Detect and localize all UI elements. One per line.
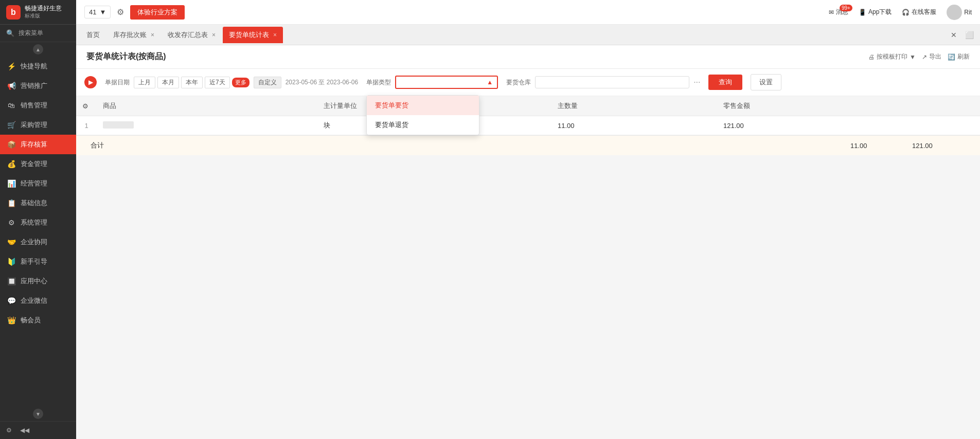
sidebar-item-system[interactable]: ⚙ 系统管理 (0, 213, 76, 232)
sidebar-item-guide[interactable]: 🔰 新手引导 (0, 252, 76, 271)
tab-inventory-batch-label: 库存批次账 (113, 30, 147, 40)
sidebar-item-appstore[interactable]: 🔲 应用中心 (0, 271, 76, 291)
tab-order-stats[interactable]: 要货单统计表 × (223, 27, 283, 43)
scroll-down-button[interactable]: ▼ (33, 409, 43, 419)
content-area: 要货单统计表(按商品) 🖨 按模板打印 ▼ ↗ 导出 🔄 刷新 ▶ (76, 45, 980, 439)
date-last-month-btn[interactable]: 上月 (134, 77, 155, 88)
tab-maximize-btn[interactable]: ⬜ (963, 29, 976, 41)
date-filter-label: 单据日期 (105, 78, 130, 87)
tab-receive-summary-close[interactable]: × (212, 31, 216, 39)
dropdown-item-order[interactable]: 要货单要货 (367, 96, 479, 115)
main-area: 41 ▼ ⚙ 体验行业方案 ✉ 消息 99+ 📱 App下载 🎧 在线客服 R (76, 0, 980, 439)
filter-settings-button[interactable]: 设置 (751, 74, 781, 90)
date-range-display: 2023-05-06 至 2023-06-06 (286, 78, 358, 87)
sidebar-item-wechat[interactable]: 💬 企业微信 (0, 291, 76, 310)
enterprise-label: 企业协同 (21, 237, 47, 247)
print-icon: 🖨 (868, 53, 875, 61)
settings-icon: ⚙ (6, 427, 12, 434)
date-this-month-btn[interactable]: 本月 (157, 77, 179, 88)
sales-icon: 🛍 (6, 101, 16, 109)
basic-icon: 📋 (6, 199, 16, 207)
search-menu[interactable]: 🔍 搜索菜单 (0, 25, 76, 42)
refresh-icon: 🔄 (948, 53, 955, 61)
print-btn[interactable]: 🖨 按模板打印 ▼ (868, 52, 916, 61)
page-actions: 🖨 按模板打印 ▼ ↗ 导出 🔄 刷新 (868, 52, 970, 61)
filter-more-dots-btn[interactable]: ··· (693, 78, 700, 87)
sidebar-item-purchase[interactable]: 🛒 采购管理 (0, 115, 76, 135)
page-title: 要货单统计表(按商品) (86, 51, 166, 62)
scroll-up-button[interactable]: ▲ (33, 44, 43, 54)
print-dropdown-icon: ▼ (910, 53, 916, 61)
date-this-year-btn[interactable]: 本年 (181, 77, 203, 88)
type-filter-label: 单据类型 (366, 78, 391, 87)
filter-expand-btn[interactable]: ▶ (84, 76, 97, 88)
sidebar-item-finance[interactable]: 💰 资金管理 (0, 154, 76, 174)
logo-sub: 标准版 (25, 12, 62, 20)
header-gear-icon[interactable]: ⚙ (117, 7, 124, 17)
warehouse-select-value (540, 79, 541, 86)
footer-qty: 11.00 (850, 142, 912, 150)
tab-home[interactable]: 首页 (80, 27, 106, 43)
basic-label: 基础信息 (21, 198, 47, 208)
inventory-icon: 📦 (6, 140, 16, 149)
quick-nav-icon: ⚡ (6, 62, 16, 70)
company-value: 41 (89, 8, 96, 16)
row-product (97, 116, 317, 135)
tab-bar-actions: ✕ ⬜ (949, 29, 976, 41)
export-icon: ↗ (922, 53, 927, 61)
sidebar-bottom: ⚙ ◀◀ (0, 421, 76, 439)
col-settings[interactable]: ⚙ (76, 96, 97, 116)
search-icon: 🔍 (6, 29, 14, 37)
marketing-icon: 📢 (6, 82, 16, 90)
scroll-down-indicator: ▼ (0, 407, 76, 421)
online-service-btn[interactable]: 🎧 在线客服 (902, 8, 936, 16)
company-dropdown[interactable]: 41 ▼ (84, 6, 111, 19)
footer-amount: 121.00 (912, 142, 974, 150)
guide-icon: 🔰 (6, 258, 16, 266)
sidebar-item-enterprise[interactable]: 🤝 企业协同 (0, 232, 76, 252)
query-button[interactable]: 查询 (708, 75, 742, 90)
finance-icon: 💰 (6, 160, 16, 168)
date-7days-btn[interactable]: 近7天 (205, 77, 230, 88)
tab-inventory-batch[interactable]: 库存批次账 × (107, 27, 161, 43)
sidebar-item-operations[interactable]: 📊 经营管理 (0, 174, 76, 193)
sidebar-item-quick-nav[interactable]: ⚡ 快捷导航 (0, 57, 76, 76)
header-right: ✉ 消息 99+ 📱 App下载 🎧 在线客服 Rit (829, 5, 972, 20)
warehouse-select[interactable] (535, 76, 689, 88)
table-settings-icon[interactable]: ⚙ (82, 102, 88, 110)
user-profile[interactable]: Rit (947, 5, 972, 20)
appstore-icon: 🔲 (6, 277, 16, 285)
type-select[interactable]: ▲ (395, 76, 498, 89)
tab-order-stats-close[interactable]: × (273, 31, 277, 39)
sidebar-logo: b 畅捷通好生意 标准版 (0, 0, 76, 25)
app-download-btn[interactable]: 📱 App下载 (859, 8, 892, 16)
trial-button[interactable]: 体验行业方案 (130, 5, 185, 20)
quick-nav-label: 快捷导航 (21, 62, 47, 71)
date-custom-btn[interactable]: 自定义 (254, 77, 281, 88)
date-more-btn[interactable]: 更多 (232, 78, 250, 87)
export-btn[interactable]: ↗ 导出 (922, 52, 941, 61)
tab-close-all-btn[interactable]: ✕ (949, 29, 959, 41)
dropdown-item-return[interactable]: 要货单退货 (367, 115, 479, 135)
member-label: 畅会员 (21, 316, 41, 325)
finance-label: 资金管理 (21, 159, 47, 169)
sidebar-settings-btn[interactable]: ⚙ (6, 427, 12, 434)
sidebar-item-sales[interactable]: 🛍 销售管理 (0, 96, 76, 115)
system-label: 系统管理 (21, 218, 47, 227)
sidebar-item-basic[interactable]: 📋 基础信息 (0, 193, 76, 213)
messages-btn[interactable]: ✉ 消息 99+ (829, 8, 848, 16)
warehouse-filter-group: 要货仓库 ··· (506, 76, 700, 88)
refresh-btn[interactable]: 🔄 刷新 (948, 52, 970, 61)
sidebar-collapse-btn[interactable]: ◀◀ (20, 427, 29, 434)
top-header: 41 ▼ ⚙ 体验行业方案 ✉ 消息 99+ 📱 App下载 🎧 在线客服 R (76, 0, 980, 25)
system-icon: ⚙ (6, 218, 16, 227)
user-avatar (947, 5, 962, 20)
sidebar-item-member[interactable]: 👑 畅会员 (0, 310, 76, 330)
tab-receive-summary[interactable]: 收发存汇总表 × (162, 27, 222, 43)
sidebar-item-inventory[interactable]: 📦 库存核算 (0, 135, 76, 154)
logo-icon: b (6, 5, 21, 20)
tab-inventory-batch-close[interactable]: × (151, 31, 154, 39)
sidebar-item-marketing[interactable]: 📢 营销推广 (0, 76, 76, 96)
row-num: 1 (76, 116, 97, 135)
col-amount-header: 零售金额 (717, 96, 917, 116)
